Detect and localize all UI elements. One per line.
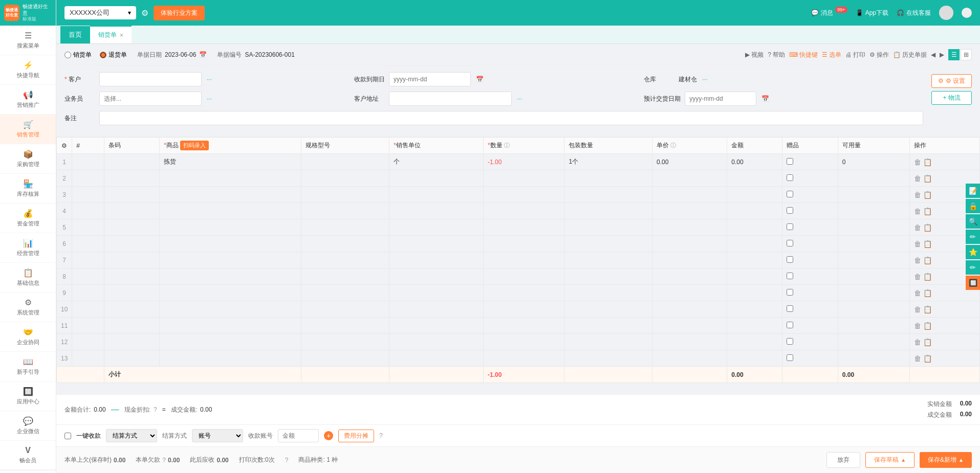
expense-help-icon[interactable]: ?: [379, 432, 383, 439]
delete-row-icon[interactable]: 🗑: [914, 158, 921, 166]
gift-checkbox[interactable]: [787, 338, 793, 345]
gift-checkbox[interactable]: [787, 305, 793, 312]
scan-button[interactable]: 扫码录入: [180, 141, 209, 150]
list-view-btn[interactable]: ☰: [948, 49, 960, 60]
product-name-cell[interactable]: 拣货: [160, 154, 301, 170]
app-download-item[interactable]: 📱 App下载: [856, 9, 888, 17]
sidebar-item-wechat[interactable]: 💬 企业微信: [0, 411, 56, 441]
delete-row-icon[interactable]: 🗑: [914, 223, 921, 232]
delete-row-icon[interactable]: 🗑: [914, 174, 921, 183]
expense-split-button[interactable]: 费用分摊: [338, 430, 374, 442]
cash-discount-help-icon[interactable]: ?: [154, 406, 157, 413]
delete-row-icon[interactable]: 🗑: [914, 322, 921, 330]
delete-row-icon[interactable]: 🗑: [914, 240, 921, 248]
copy-row-icon[interactable]: 📋: [923, 207, 932, 215]
gift-checkbox[interactable]: [787, 354, 793, 361]
shortcut-btn[interactable]: ⌨ 快捷键: [789, 51, 818, 59]
gift-checkbox[interactable]: [787, 273, 793, 279]
gift-checkbox[interactable]: [787, 174, 793, 181]
save-draft-button[interactable]: 保存草稿 ▲: [865, 452, 914, 468]
sidebar-item-guide[interactable]: 📖 新手引导: [0, 352, 56, 381]
sidebar-item-quick-nav[interactable]: ⚡ 快捷导航: [0, 55, 56, 85]
payment-account-select[interactable]: 账号: [192, 429, 243, 442]
gift-checkbox[interactable]: [787, 223, 793, 230]
video-btn[interactable]: ▶ 视频: [745, 51, 764, 59]
trial-button[interactable]: 体验行业方案: [154, 6, 205, 20]
copy-row-icon[interactable]: 📋: [923, 240, 932, 248]
sidebar-item-purchase[interactable]: 📦 采购管理: [0, 144, 56, 174]
gift-checkbox[interactable]: [787, 256, 793, 263]
prev-icon[interactable]: ◀: [931, 51, 935, 58]
sidebar-item-app-center[interactable]: 🔲 应用中心: [0, 381, 56, 411]
sidebar-item-finance[interactable]: 💰 资金管理: [0, 204, 56, 233]
operate-btn[interactable]: ⚙ 操作: [869, 51, 889, 59]
sidebar-item-sales[interactable]: 🛒 销售管理: [0, 115, 56, 144]
delete-row-icon[interactable]: 🗑: [914, 338, 921, 346]
gift-checkbox[interactable]: [787, 289, 793, 296]
customer-more-icon[interactable]: ···: [207, 76, 212, 83]
sidebar-item-system[interactable]: ⚙ 系统管理: [0, 292, 56, 322]
copy-row-icon[interactable]: 📋: [923, 273, 932, 281]
gear-icon[interactable]: ⚙: [141, 8, 148, 18]
collect-date-calendar-icon[interactable]: 📅: [476, 76, 484, 83]
copy-row-icon[interactable]: 📋: [923, 158, 932, 166]
copy-row-icon[interactable]: 📋: [923, 223, 932, 232]
collect-date-input[interactable]: [389, 72, 471, 86]
delete-row-icon[interactable]: 🗑: [914, 289, 921, 297]
float-note-icon[interactable]: 📝: [966, 184, 980, 198]
customer-address-input[interactable]: [389, 92, 512, 106]
float-pen-icon[interactable]: ✏: [966, 260, 980, 275]
notification-item[interactable]: 💬 消息 99+: [811, 9, 847, 17]
add-payment-button[interactable]: +: [324, 431, 333, 440]
help-btn[interactable]: ? 帮助: [768, 51, 785, 59]
company-selector[interactable]: XXXXXX公司 ▾: [64, 6, 136, 19]
sales-order-radio[interactable]: 销货单: [64, 51, 92, 59]
next-icon[interactable]: ▶: [940, 51, 944, 58]
gift-checkbox[interactable]: [787, 322, 793, 328]
discard-button[interactable]: 放弃: [826, 452, 860, 468]
delete-row-icon[interactable]: 🗑: [914, 354, 921, 363]
logistics-button[interactable]: + 物流: [931, 91, 972, 105]
user-avatar-2[interactable]: [962, 8, 972, 18]
gift-checkbox[interactable]: [787, 158, 793, 165]
float-edit-icon[interactable]: ✏: [966, 230, 980, 244]
return-order-radio[interactable]: 退货单: [100, 51, 127, 59]
delete-row-icon[interactable]: 🗑: [914, 207, 921, 215]
copy-row-icon[interactable]: 📋: [923, 354, 932, 363]
sidebar-item-basics[interactable]: 📋 基础信息: [0, 263, 56, 292]
customer-input[interactable]: [99, 72, 202, 86]
delete-row-icon[interactable]: 🗑: [914, 305, 921, 313]
float-orange-icon[interactable]: 🔲: [966, 276, 980, 290]
copy-row-icon[interactable]: 📋: [923, 174, 932, 183]
copy-row-icon[interactable]: 📋: [923, 289, 932, 297]
gift-checkbox[interactable]: [787, 207, 793, 214]
select-btn[interactable]: ☰ 选单: [822, 51, 841, 59]
one-click-pay-checkbox[interactable]: [64, 433, 71, 439]
copy-row-icon[interactable]: 📋: [923, 256, 932, 264]
delete-row-icon[interactable]: 🗑: [914, 256, 921, 264]
gift-checkbox[interactable]: [787, 191, 793, 197]
delete-row-icon[interactable]: 🗑: [914, 273, 921, 281]
address-more-icon[interactable]: ···: [517, 95, 522, 102]
total-owed-help-icon[interactable]: ?: [162, 457, 166, 464]
tab-home[interactable]: 首页: [60, 26, 90, 43]
history-btn[interactable]: 📋 历史单据: [893, 51, 927, 59]
sidebar-item-marketing[interactable]: 📢 营销推广: [0, 85, 56, 115]
col-settings[interactable]: ⚙: [57, 138, 72, 154]
warehouse-more-icon[interactable]: ···: [702, 76, 707, 83]
delivery-calendar-icon[interactable]: 📅: [761, 95, 769, 102]
print-count-help-icon[interactable]: ?: [285, 457, 289, 464]
float-search-icon[interactable]: 🔍: [966, 214, 980, 229]
copy-row-icon[interactable]: 📋: [923, 338, 932, 346]
copy-row-icon[interactable]: 📋: [923, 191, 932, 199]
online-service-item[interactable]: 🎧 在线客服: [897, 9, 931, 17]
calendar-icon[interactable]: 📅: [199, 51, 207, 58]
grid-view-btn[interactable]: ⊞: [961, 49, 972, 60]
sidebar-item-enterprise[interactable]: 🤝 企业协同: [0, 322, 56, 352]
sidebar-item-search[interactable]: ☰ 搜索菜单: [0, 26, 56, 55]
copy-row-icon[interactable]: 📋: [923, 322, 932, 330]
sidebar-item-member[interactable]: V 畅会员: [0, 441, 56, 470]
sidebar-item-operations[interactable]: 📊 经营管理: [0, 233, 56, 263]
gift-checkbox[interactable]: [787, 240, 793, 246]
print-btn[interactable]: 🖨 打印: [845, 51, 865, 59]
